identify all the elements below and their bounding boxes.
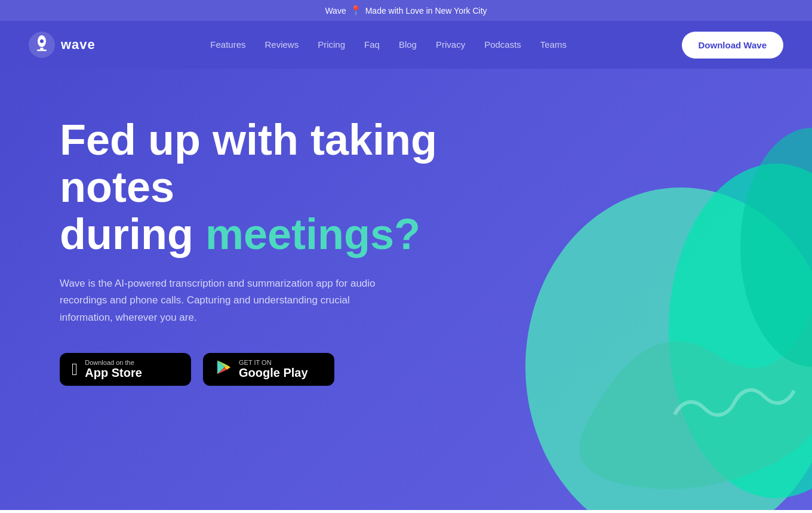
google-play-large-text: Google Play	[239, 366, 308, 380]
nav-item-features[interactable]: Features	[210, 39, 245, 50]
google-play-icon	[215, 359, 232, 380]
nav-link-reviews[interactable]: Reviews	[265, 39, 299, 50]
svg-point-4	[40, 39, 44, 43]
nav-item-blog[interactable]: Blog	[399, 39, 417, 50]
svg-rect-2	[40, 48, 44, 50]
apple-icon: 	[72, 360, 78, 379]
nav-item-faq[interactable]: Faq	[364, 39, 380, 50]
logo-link[interactable]: wave	[29, 32, 96, 58]
navbar: wave Features Reviews Pricing Faq Blog P…	[0, 21, 812, 69]
logo-icon	[29, 32, 55, 58]
hero-title: Fed up with taking notes during meetings…	[60, 116, 478, 259]
google-play-text: GET IT ON Google Play	[239, 359, 308, 380]
hero-section: Fed up with taking notes during meetings…	[0, 69, 812, 510]
nav-link-faq[interactable]: Faq	[364, 39, 380, 50]
app-store-button[interactable]:  Download on the App Store	[60, 353, 191, 386]
nav-item-podcasts[interactable]: Podcasts	[484, 39, 521, 50]
nav-link-privacy[interactable]: Privacy	[436, 39, 465, 50]
nav-link-blog[interactable]: Blog	[399, 39, 417, 50]
app-store-text: Download on the App Store	[85, 359, 142, 380]
svg-rect-3	[37, 50, 47, 51]
nav-link-teams[interactable]: Teams	[540, 39, 567, 50]
google-play-small-text: GET IT ON	[239, 359, 308, 366]
top-banner: Wave 📍 Made with Love in New York City	[0, 0, 812, 21]
nav-links: Features Reviews Pricing Faq Blog Privac…	[210, 39, 567, 50]
location-icon: 📍	[350, 5, 362, 16]
app-store-small-text: Download on the	[85, 359, 142, 366]
nav-item-privacy[interactable]: Privacy	[436, 39, 465, 50]
nav-item-teams[interactable]: Teams	[540, 39, 567, 50]
hero-title-highlight: meetings?	[205, 210, 420, 258]
nav-item-reviews[interactable]: Reviews	[265, 39, 299, 50]
nav-link-podcasts[interactable]: Podcasts	[484, 39, 521, 50]
download-wave-button[interactable]: Download Wave	[682, 32, 783, 59]
hero-title-line2-plain: during	[60, 210, 205, 258]
hero-decoration	[466, 128, 812, 510]
nav-link-features[interactable]: Features	[210, 39, 245, 50]
logo-text: wave	[61, 37, 96, 53]
hero-title-line1: Fed up with taking notes	[60, 116, 437, 211]
nav-item-pricing[interactable]: Pricing	[318, 39, 345, 50]
nav-link-pricing[interactable]: Pricing	[318, 39, 345, 50]
store-buttons:  Download on the App Store G	[60, 353, 478, 386]
hero-subtitle: Wave is the AI-powered transcription and…	[60, 275, 382, 327]
google-play-button[interactable]: GET IT ON Google Play	[203, 353, 334, 386]
app-store-large-text: App Store	[85, 366, 142, 380]
banner-brand: Wave	[325, 6, 346, 16]
hero-content: Fed up with taking notes during meetings…	[60, 116, 478, 386]
banner-tagline: Made with Love in New York City	[365, 6, 487, 16]
